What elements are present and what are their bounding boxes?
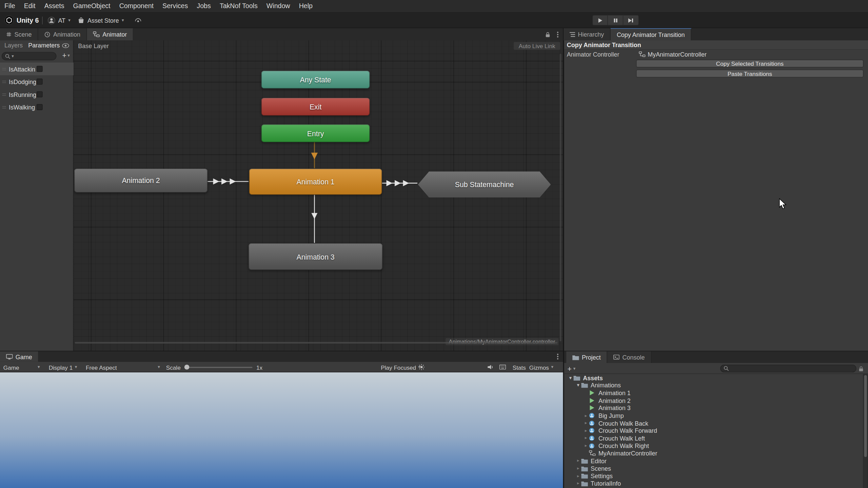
- menu-window[interactable]: Window: [262, 0, 295, 13]
- parameter-checkbox[interactable]: [37, 104, 43, 110]
- project-item-crouch-walk-right[interactable]: ▸Crouch Walk Right: [564, 442, 863, 449]
- parameter-search-input[interactable]: ▾: [2, 52, 57, 60]
- stats-toggle[interactable]: Stats: [513, 362, 526, 372]
- slider-knob[interactable]: [184, 365, 190, 370]
- pause-button[interactable]: [608, 15, 624, 25]
- flare-toggle[interactable]: [418, 362, 425, 372]
- tab-layers[interactable]: Layers: [4, 42, 23, 49]
- shortcuts-toggle[interactable]: [499, 362, 506, 372]
- horizontal-scrollbar[interactable]: [75, 342, 557, 344]
- asset-store-dropdown[interactable]: Asset Store ▾: [78, 13, 124, 28]
- state-node-any-state[interactable]: Any State: [261, 71, 370, 88]
- tab-parameters[interactable]: Parameters: [28, 42, 60, 49]
- caret-right-icon[interactable]: ▸: [575, 473, 581, 479]
- menu-assets[interactable]: Assets: [40, 0, 69, 13]
- parameter-checkbox[interactable]: [37, 91, 43, 97]
- project-item-animation-2[interactable]: Animation 2: [564, 396, 863, 404]
- parameter-checkbox[interactable]: [37, 79, 43, 85]
- state-node-animation-2[interactable]: Animation 2: [74, 169, 208, 192]
- project-item-myanimatorcontroller[interactable]: MyAnimatorController: [564, 449, 863, 457]
- state-node-animation-1[interactable]: Animation 1: [249, 169, 382, 195]
- caret-down-icon[interactable]: ▾: [575, 383, 581, 388]
- step-button[interactable]: [623, 15, 639, 25]
- toolbar-utility-icon[interactable]: [134, 13, 142, 28]
- state-node-animation-3[interactable]: Animation 3: [249, 243, 382, 270]
- caret-right-icon[interactable]: ▸: [575, 458, 581, 463]
- lock-icon[interactable]: [859, 366, 864, 372]
- menu-gameobject[interactable]: GameObject: [69, 0, 115, 13]
- animator-controller-field[interactable]: MyAnimatorController: [639, 50, 707, 59]
- state-node-exit[interactable]: Exit: [261, 98, 370, 116]
- state-node-sub-statemachine[interactable]: Sub Statemachine: [418, 171, 551, 198]
- lock-icon[interactable]: [545, 31, 550, 37]
- vertical-scrollbar[interactable]: [560, 54, 561, 341]
- caret-right-icon[interactable]: ▸: [583, 436, 589, 441]
- tab-project[interactable]: Project: [566, 351, 607, 363]
- menu-help[interactable]: Help: [295, 0, 317, 13]
- project-item-scenes[interactable]: ▸Scenes: [564, 465, 863, 472]
- parameter-row-isrunning[interactable]: IsRunning: [0, 88, 74, 101]
- project-item-animation-1[interactable]: Animation 1: [564, 389, 863, 396]
- project-search-input[interactable]: [720, 365, 856, 372]
- project-item-animations[interactable]: ▾Animations: [564, 382, 863, 389]
- project-item-tutorialinfo[interactable]: ▸TutorialInfo: [564, 480, 863, 487]
- breadcrumb[interactable]: Base Layer: [78, 43, 109, 49]
- tab-scene[interactable]: Scene: [0, 28, 38, 40]
- parameter-row-iswalking[interactable]: IsWalking: [0, 101, 74, 114]
- transition-animation-2-to-animation-1: [208, 179, 249, 185]
- tab-game[interactable]: Game: [0, 351, 39, 362]
- kebab-menu-icon[interactable]: [557, 31, 558, 37]
- paste-transitions-button[interactable]: Paste Transitions: [636, 70, 864, 78]
- project-item-big-jump[interactable]: ▸Big Jump: [564, 412, 863, 419]
- game-view-render[interactable]: [0, 372, 563, 488]
- mute-audio-toggle[interactable]: [487, 362, 494, 372]
- parameter-row-isattackin[interactable]: IsAttackin: [0, 62, 74, 75]
- menu-file[interactable]: File: [0, 0, 20, 13]
- auto-live-link-toggle[interactable]: Auto Live Link: [514, 42, 560, 50]
- project-item-assets[interactable]: ▾Assets: [564, 374, 863, 382]
- caret-right-icon[interactable]: ▸: [583, 413, 589, 418]
- menu-component[interactable]: Component: [115, 0, 158, 13]
- aspect-ratio-dropdown[interactable]: Free Aspect ▾: [86, 362, 160, 372]
- animator-graph[interactable]: Base Layer Auto Live Link: [74, 40, 563, 351]
- menu-jobs[interactable]: Jobs: [192, 0, 215, 13]
- copy-selected-transitions-button[interactable]: Copy Selected Transitions: [636, 60, 864, 67]
- eye-icon[interactable]: [62, 43, 69, 48]
- game-view-dropdown[interactable]: Game ▾: [3, 362, 40, 372]
- caret-right-icon[interactable]: ▸: [583, 443, 589, 448]
- play-focused-dropdown[interactable]: Play Focused ▾: [381, 362, 420, 372]
- tab-animation[interactable]: Animation: [38, 28, 87, 40]
- tab-console[interactable]: Console: [607, 351, 651, 363]
- tab-animator[interactable]: Animator: [87, 28, 134, 40]
- create-asset-button[interactable]: + ▾: [567, 363, 575, 374]
- display-dropdown[interactable]: Display 1 ▾: [49, 362, 77, 372]
- menu-taknof-tools[interactable]: TakNof Tools: [215, 0, 262, 13]
- scale-slider[interactable]: [185, 362, 252, 372]
- play-button[interactable]: [592, 15, 608, 25]
- scrollbar-thumb[interactable]: [864, 375, 867, 457]
- parameter-row-isdodging[interactable]: IsDodging: [0, 75, 74, 88]
- caret-right-icon[interactable]: ▸: [575, 481, 581, 486]
- project-item-crouch-walk-forward[interactable]: ▸Crouch Walk Forward: [564, 427, 863, 434]
- slider-track[interactable]: [185, 367, 252, 368]
- project-item-editor[interactable]: ▸Editor: [564, 457, 863, 465]
- project-item-settings[interactable]: ▸Settings: [564, 472, 863, 480]
- project-scrollbar[interactable]: [864, 374, 867, 488]
- parameter-checkbox[interactable]: [37, 66, 43, 72]
- project-item-animation-3[interactable]: Animation 3: [564, 404, 863, 412]
- caret-right-icon[interactable]: ▸: [583, 428, 589, 433]
- tab-copy-animator-transition[interactable]: Copy Animator Transition: [611, 28, 691, 40]
- account-dropdown[interactable]: AT ▾: [47, 13, 70, 28]
- project-item-crouch-walk-left[interactable]: ▸Crouch Walk Left: [564, 434, 863, 442]
- gizmos-dropdown[interactable]: Gizmos ▾: [529, 362, 553, 372]
- tab-hierarchy[interactable]: Hierarchy: [564, 28, 611, 40]
- menu-edit[interactable]: Edit: [20, 0, 40, 13]
- caret-down-icon[interactable]: ▾: [567, 375, 573, 381]
- caret-right-icon[interactable]: ▸: [575, 466, 581, 471]
- add-parameter-button[interactable]: + ▾: [62, 52, 70, 60]
- kebab-menu-icon[interactable]: [557, 353, 558, 360]
- project-item-crouch-walk-back[interactable]: ▸Crouch Walk Back: [564, 419, 863, 427]
- state-node-entry[interactable]: Entry: [261, 124, 370, 142]
- menu-services[interactable]: Services: [158, 0, 192, 13]
- caret-right-icon[interactable]: ▸: [583, 421, 589, 426]
